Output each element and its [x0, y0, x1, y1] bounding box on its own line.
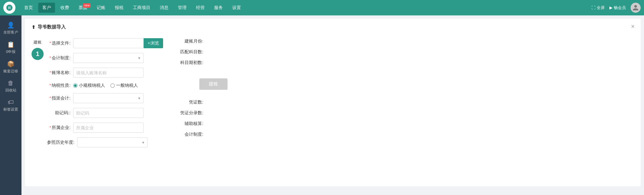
match-label: 匹配科目数:	[177, 49, 203, 55]
build-btn-wrapper: 建账	[177, 75, 250, 90]
accounting-select-wrapper: ▼	[73, 53, 144, 63]
history-label: 参照历史年度:	[47, 139, 75, 145]
member-button[interactable]: ▶ 畅会员	[609, 5, 626, 11]
file-path-input[interactable]	[73, 38, 144, 48]
assign-select-wrapper: ▼	[73, 93, 144, 103]
sidebar-item-label: 账套迁移	[3, 69, 18, 74]
step-label: 建账	[34, 40, 42, 45]
history-select[interactable]	[77, 137, 148, 147]
nav-management[interactable]: 管理	[174, 3, 191, 13]
recycle-icon: 🗑	[8, 80, 14, 87]
nav-home[interactable]: 首页	[20, 3, 37, 13]
info-voucher-row: 凭证数:	[177, 99, 250, 105]
assign-select[interactable]	[73, 93, 144, 103]
memo-row: 助记码::	[47, 108, 163, 118]
migration-icon: 📦	[7, 60, 14, 68]
company-input[interactable]	[73, 123, 144, 133]
file-label: *选择文件:	[47, 40, 70, 46]
info-system-row: 会计制度:	[177, 131, 250, 137]
accounting-select[interactable]	[73, 53, 144, 63]
fullscreen-icon: ⛶	[591, 5, 595, 10]
memo-label: 助记码::	[47, 110, 70, 116]
info-panel: 建账月份: 匹配科目数: 科目期初数: 建账	[177, 38, 250, 147]
content-panel: ⬆ 导爷数据导入 × 建账 1	[25, 19, 641, 186]
fullscreen-button[interactable]: ⛶ 全屏	[591, 5, 605, 11]
system-label: 会计制度:	[177, 131, 203, 137]
info-aux-row: 辅助核算:	[177, 121, 250, 127]
tax-label: *纳税性质:	[47, 82, 70, 88]
sidebar-item-label: 标签设置	[3, 107, 18, 112]
customers-icon: 👤	[7, 21, 14, 29]
nav-bookkeeping[interactable]: 记账	[93, 3, 109, 13]
company-row: *所属企业:	[47, 123, 163, 133]
sidebar-item-label: 0申报	[6, 49, 15, 54]
sidebar-item-label: 全部客户	[3, 30, 18, 35]
info-match-row: 匹配科目数:	[177, 49, 250, 55]
info-month-row: 建账月份:	[177, 38, 250, 44]
info-split-row: 凭证分录数:	[177, 110, 250, 116]
form-fields: *选择文件: +浏览 *会计制度:	[47, 38, 163, 147]
bookname-label: *账簿名称:	[47, 70, 70, 76]
sidebar-item-declaration[interactable]: 📋 0申报	[0, 38, 21, 57]
bookname-input[interactable]	[73, 68, 144, 78]
bookname-row: *账簿名称:	[47, 68, 163, 78]
sidebar-item-label: 回收站	[5, 88, 16, 93]
period-label: 科目期初数:	[177, 60, 203, 66]
sidebar-item-tags[interactable]: 🏷 标签设置	[0, 96, 21, 115]
nav-customers[interactable]: 客户	[38, 3, 55, 13]
nav-services[interactable]: 服务	[210, 3, 227, 13]
step-circle: 1	[32, 48, 44, 60]
info-period-row: 科目期初数:	[177, 60, 250, 66]
memo-input[interactable]	[73, 108, 144, 118]
tax-small-radio[interactable]: 小规模纳税人	[73, 82, 105, 88]
voucher-label: 凭证数:	[177, 99, 203, 105]
assign-label: *指派会计:	[47, 95, 70, 101]
close-button[interactable]: ×	[631, 23, 635, 29]
split-label: 凭证分录数:	[177, 110, 203, 116]
accounting-label: *会计制度:	[47, 55, 70, 61]
nav-messages[interactable]: 消息	[156, 3, 172, 13]
tax-general-input[interactable]	[110, 83, 115, 88]
form-left-section: 建账 1 *选择文件: +浏览	[32, 38, 163, 147]
aux-label: 辅助核算:	[177, 121, 203, 127]
play-icon: ▶	[609, 5, 612, 10]
sidebar-item-migration[interactable]: 📦 账套迁移	[0, 58, 21, 76]
history-row: 参照历史年度: ▼	[47, 137, 163, 147]
sidebar-item-all-customers[interactable]: 👤 全部客户	[0, 19, 21, 38]
main-content: ⬆ 导爷数据导入 × 建账 1	[21, 15, 644, 195]
nav-invoices[interactable]: 票据 new	[75, 3, 91, 13]
avatar[interactable]	[631, 3, 641, 13]
new-badge: new	[83, 3, 91, 8]
history-select-wrapper: ▼	[77, 137, 148, 147]
title-icon: ⬆	[32, 24, 36, 30]
assign-row: *指派会计: ▼	[47, 93, 163, 103]
panel-title: ⬆ 导爷数据导入	[32, 24, 634, 30]
company-label: *所属企业:	[47, 125, 70, 131]
month-label: 建账月份:	[177, 38, 203, 44]
topnav-right: ⛶ 全屏 ▶ 畅会员	[591, 3, 641, 13]
tag-icon: 🏷	[8, 99, 14, 106]
nav-business[interactable]: 工商项目	[129, 3, 154, 13]
top-navigation: 首页 客户 收费 票据 new 记账 报税 工商项目 消息 管理 经营 服务 设…	[0, 0, 644, 15]
logo[interactable]	[3, 2, 15, 14]
build-account-button[interactable]: 建账	[199, 78, 228, 90]
nav-settings[interactable]: 设置	[228, 3, 245, 13]
sidebar: 👤 全部客户 📋 0申报 📦 账套迁移 🗑 回收站 🏷 标签设置	[0, 15, 21, 195]
accounting-row: *会计制度: ▼	[47, 53, 163, 63]
nav-tax[interactable]: 报税	[111, 3, 128, 13]
sidebar-item-recycle[interactable]: 🗑 回收站	[0, 77, 21, 95]
tax-general-radio[interactable]: 一般纳税人	[110, 82, 138, 88]
file-input-wrapper: +浏览	[73, 38, 163, 48]
file-row: *选择文件: +浏览	[47, 38, 163, 48]
form-wrapper: 建账 1 *选择文件: +浏览	[32, 38, 634, 147]
nav-operations[interactable]: 经营	[192, 3, 209, 13]
nav-fees[interactable]: 收费	[56, 3, 73, 13]
declaration-icon: 📋	[7, 41, 14, 48]
tax-small-input[interactable]	[73, 83, 78, 88]
tax-row: *纳税性质: 小规模纳税人 一般纳税人	[47, 82, 163, 88]
browse-button[interactable]: +浏览	[144, 38, 163, 48]
tax-radio-group: 小规模纳税人 一般纳税人	[73, 82, 138, 88]
